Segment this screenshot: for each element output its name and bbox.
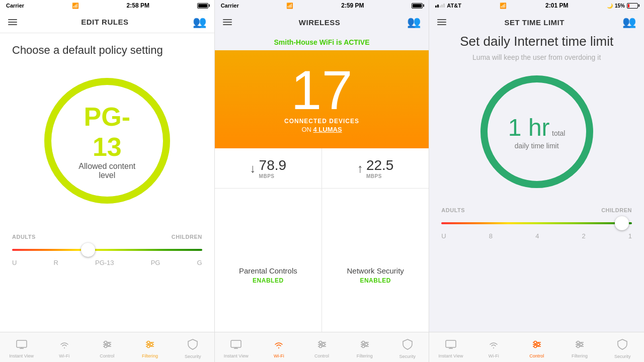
battery-area-1 [197, 3, 208, 9]
users-icon-1[interactable]: 👥 [193, 16, 206, 29]
time-limit-title: Set daily Internet time limit [460, 33, 613, 50]
upload-arrow: ↑ [357, 161, 363, 175]
battery-fill-3 [628, 4, 629, 8]
slider-track-1 [12, 249, 202, 251]
hamburger-menu-3[interactable] [437, 19, 446, 25]
children-label-1: CHILDREN [172, 234, 202, 240]
control-icon-3 [531, 339, 543, 352]
allowed-label: Allowed content level [78, 162, 135, 179]
svg-point-40 [577, 341, 579, 343]
hamburger-menu-1[interactable] [8, 19, 17, 25]
users-icon-2[interactable]: 👥 [407, 16, 421, 29]
svg-point-8 [104, 345, 107, 347]
adults-label-3: ADULTS [441, 207, 465, 213]
tab-label-instant-3: Instant View [439, 353, 463, 358]
filtering-icon-2 [359, 339, 371, 352]
svg-point-21 [319, 345, 321, 347]
tab-bar-3: Instant View Wi-Fi Control Filtering Sec… [429, 332, 644, 362]
time-value: 1 hr [508, 114, 550, 140]
tab-wifi-1[interactable]: Wi-Fi [43, 336, 86, 358]
tab-security-2[interactable]: Security [386, 336, 429, 359]
slider-section-1: ADULTS CHILDREN U R PG-13 PG G [12, 234, 202, 266]
nav-bar-2: WIRELESS 👥 [215, 11, 429, 33]
upload-value: 22.5 [366, 157, 394, 173]
wifi-icon-1: 📶 [72, 3, 79, 9]
rating-u-3: U [441, 232, 446, 240]
status-bar-3: AT&T 📶 2:01 PM 🌙 15% [429, 0, 644, 11]
network-security-label: Network Security [347, 266, 404, 275]
status-bar-1: Carrier 📶 2:58 PM [0, 0, 214, 11]
svg-point-35 [537, 343, 539, 345]
slider-wrapper-3[interactable] [441, 217, 632, 229]
tab-wifi-2[interactable]: Wi-Fi [258, 336, 300, 358]
time-2: 2:59 PM [341, 2, 364, 9]
upload-item: ↑ 22.5 MBPS [322, 148, 429, 188]
slider-wrapper-1[interactable] [12, 244, 202, 256]
panel-wireless: Carrier 📶 2:59 PM WIRELESS 👥 Smith-House… [215, 0, 430, 362]
tab-filtering-1[interactable]: Filtering [128, 336, 171, 358]
tab-filtering-2[interactable]: Filtering [343, 336, 386, 358]
panel-edit-rules: Carrier 📶 2:58 PM EDIT RULES 👥 Choose a … [0, 0, 215, 362]
tab-label-wifi-2: Wi-Fi [274, 353, 284, 358]
tab-bar-2: Instant View Wi-Fi Control Filtering Sec… [215, 332, 429, 362]
tab-security-3[interactable]: Security [601, 336, 644, 359]
users-icon-3[interactable]: 👥 [622, 16, 636, 29]
battery-fill-2 [413, 4, 422, 8]
nav-title-2: WIRELESS [299, 18, 340, 27]
tab-wifi-3[interactable]: Wi-Fi [472, 336, 515, 358]
tab-instant-view-1[interactable]: Instant View [0, 336, 43, 358]
slider-thumb-3[interactable] [615, 216, 629, 230]
slider-thumb-1[interactable] [81, 243, 95, 257]
control-icon-2 [316, 339, 328, 352]
svg-rect-2 [17, 340, 27, 347]
rating-u: U [12, 259, 17, 266]
tab-label-filtering-1: Filtering [142, 353, 158, 358]
svg-rect-30 [446, 340, 456, 347]
rating-pg13: PG-13 [95, 259, 114, 266]
tab-control-1[interactable]: Control [86, 336, 128, 358]
battery-icon-1 [197, 3, 208, 9]
wifi-tab-icon-3 [488, 339, 500, 352]
tab-security-1[interactable]: Security [172, 336, 214, 359]
tab-label-security-1: Security [185, 354, 201, 359]
battery-area-3: 🌙 15% [607, 3, 638, 9]
time-limit-subtitle: Luma will keep the user from overdoing i… [472, 53, 601, 61]
connected-label: CONNECTED DEVICES [284, 118, 359, 125]
download-arrow: ↓ [250, 161, 256, 175]
tab-label-security-2: Security [399, 354, 416, 359]
tab-control-2[interactable]: Control [300, 336, 343, 358]
tab-instant-view-3[interactable]: Instant View [429, 336, 472, 358]
rating-pg: PG [151, 259, 160, 266]
battery-icon-2 [412, 3, 423, 9]
instant-view-icon-1 [16, 339, 28, 352]
svg-point-34 [534, 341, 536, 343]
tab-filtering-3[interactable]: Filtering [558, 336, 601, 358]
svg-point-14 [147, 345, 149, 347]
svg-point-42 [577, 345, 579, 347]
time-1: 2:58 PM [127, 2, 149, 9]
parental-controls-label: Parental Controls [239, 266, 297, 275]
download-value: 78.9 [259, 157, 287, 173]
svg-rect-15 [231, 340, 241, 347]
lumas-link[interactable]: 4 LUMAS [313, 126, 342, 133]
svg-point-36 [534, 345, 536, 347]
tab-label-wifi-3: Wi-Fi [489, 353, 499, 358]
wifi-status: Smith-House WiFi is ACTIVE [215, 33, 429, 50]
tab-label-instant-1: Instant View [9, 353, 34, 358]
instant-view-icon-3 [445, 339, 457, 352]
rating-g: G [197, 259, 202, 266]
hamburger-menu-2[interactable] [223, 19, 232, 25]
signal-dots-3 [435, 4, 445, 8]
tab-label-control-2: Control [314, 353, 329, 358]
tab-label-wifi-1: Wi-Fi [59, 353, 69, 358]
rating-labels-1: U R PG-13 PG G [12, 259, 202, 266]
adults-label-1: ADULTS [12, 234, 36, 240]
tab-instant-view-2[interactable]: Instant View [215, 336, 258, 358]
slider-labels-top-3: ADULTS CHILDREN [441, 207, 632, 213]
carrier-2: Carrier [221, 3, 239, 9]
security-icon-3 [617, 339, 627, 353]
tab-control-3[interactable]: Control [515, 336, 558, 358]
tab-label-control-3: Control [529, 353, 544, 358]
battery-pct-3: 15% [615, 3, 625, 9]
tab-label-control-1: Control [100, 353, 114, 358]
